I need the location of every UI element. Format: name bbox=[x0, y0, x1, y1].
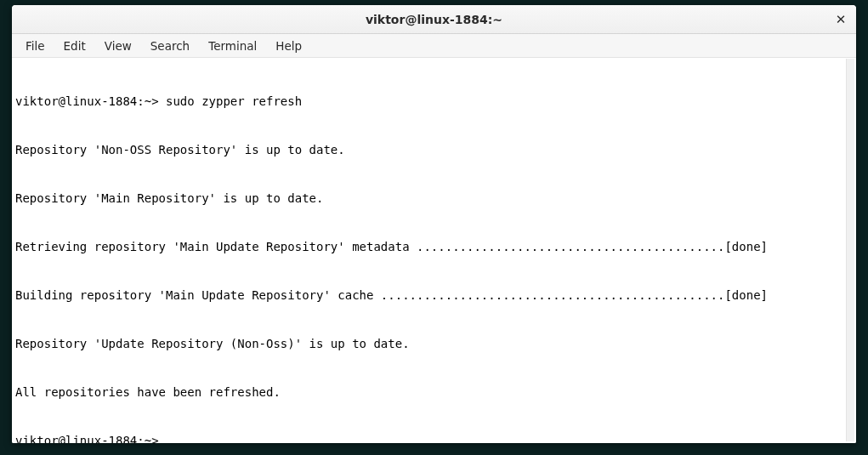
terminal-line: Retrieving repository 'Main Update Repos… bbox=[15, 239, 853, 255]
menubar: File Edit View Search Terminal Help bbox=[12, 34, 856, 58]
menu-edit[interactable]: Edit bbox=[55, 37, 94, 55]
terminal-output[interactable]: viktor@linux-1884:~> sudo zypper refresh… bbox=[12, 58, 856, 443]
terminal-line: Repository 'Update Repository (Non-Oss)'… bbox=[15, 336, 853, 352]
terminal-line: Repository 'Non-OSS Repository' is up to… bbox=[15, 142, 853, 158]
menu-search[interactable]: Search bbox=[142, 37, 198, 55]
cursor bbox=[166, 434, 173, 443]
close-button[interactable]: ✕ bbox=[832, 11, 849, 28]
titlebar: viktor@linux-1884:~ ✕ bbox=[12, 5, 856, 34]
terminal-prompt: viktor@linux-1884:~> bbox=[15, 434, 159, 443]
window-title: viktor@linux-1884:~ bbox=[366, 13, 502, 26]
terminal-prompt-line: viktor@linux-1884:~> bbox=[15, 433, 853, 443]
terminal-line: viktor@linux-1884:~> sudo zypper refresh bbox=[15, 94, 853, 110]
menu-view[interactable]: View bbox=[96, 37, 140, 55]
terminal-line: Building repository 'Main Update Reposit… bbox=[15, 287, 853, 304]
scrollbar[interactable] bbox=[846, 59, 854, 441]
terminal-window: viktor@linux-1884:~ ✕ File Edit View Sea… bbox=[12, 5, 856, 443]
close-icon: ✕ bbox=[836, 12, 847, 27]
menu-help[interactable]: Help bbox=[267, 37, 310, 55]
menu-file[interactable]: File bbox=[17, 37, 54, 55]
terminal-line: Repository 'Main Repository' is up to da… bbox=[15, 191, 853, 207]
menu-terminal[interactable]: Terminal bbox=[200, 37, 265, 55]
terminal-line: All repositories have been refreshed. bbox=[15, 384, 853, 401]
